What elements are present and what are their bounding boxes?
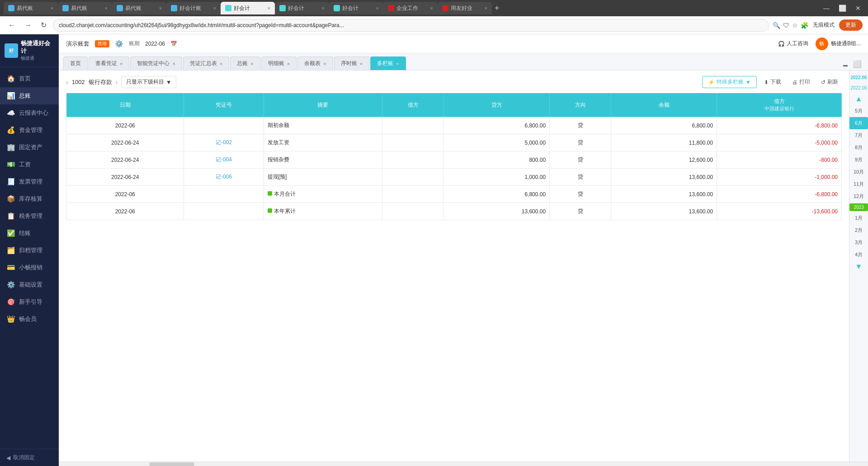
tab-home[interactable]: 首页 (63, 56, 88, 70)
tab-journal-close[interactable]: × (360, 61, 363, 66)
timeline-june-active[interactable]: 6月 (849, 117, 868, 129)
sidebar-item-cloud-reports[interactable]: ☁️ 云报表中心 (0, 104, 59, 122)
browser-tab-6[interactable]: 好会计 × (275, 2, 329, 14)
restore-button[interactable]: ⬜ (835, 4, 850, 13)
sidebar-item-expense[interactable]: 💳 小畅报销 (0, 259, 59, 276)
horizontal-scrollbar[interactable] (59, 461, 868, 466)
sidebar-item-settings[interactable]: ⚙️ 基础设置 (0, 276, 59, 293)
tab-close-6[interactable]: × (322, 5, 325, 11)
tab-close-5[interactable]: × (268, 5, 270, 11)
timeline-mar[interactable]: 3月 (849, 236, 868, 249)
tab-view-voucher-close[interactable]: × (120, 61, 123, 66)
tab-close-4[interactable]: × (213, 5, 216, 11)
expand-tabs-button[interactable]: ⬜ (851, 58, 863, 70)
update-button[interactable]: 更新 (839, 19, 863, 31)
timeline-scroll-up[interactable]: ▲ (855, 95, 863, 103)
tab-journal[interactable]: 序时账 × (334, 56, 369, 70)
tab-multi-column-close[interactable]: × (396, 61, 399, 66)
filter-dropdown[interactable]: 只显示下级科目 ▼ (121, 76, 176, 88)
sidebar-item-closing[interactable]: ✅ 结账 (0, 225, 59, 242)
timeline-apr[interactable]: 4月 (849, 249, 868, 261)
back-button[interactable]: ← (5, 20, 18, 30)
scrollbar-thumb[interactable] (149, 462, 194, 466)
timeline-active-row2[interactable]: 2022.06 (849, 83, 868, 93)
timeline-december[interactable]: 12月 (849, 190, 868, 202)
table-cell[interactable]: 记-004 (184, 151, 264, 169)
sidebar-item-invoice[interactable]: 🧾 发票管理 (0, 173, 59, 190)
collapse-tabs-button[interactable]: 🗕 (840, 58, 851, 70)
consultant-button[interactable]: 🎧 人工咨询 (778, 40, 808, 47)
table-cell[interactable]: 记-006 (184, 169, 264, 186)
tab-multi-column[interactable]: 多栏账 × (370, 56, 406, 70)
tab-close-3[interactable]: × (159, 5, 162, 11)
sidebar-item-ledger[interactable]: 📊 总账 (0, 87, 59, 104)
sidebar-item-assets[interactable]: 🏢 固定资产 (0, 139, 59, 156)
timeline-october[interactable]: 10月 (849, 166, 868, 178)
timeline-scroll-down[interactable]: ▼ (855, 263, 863, 271)
tab-close-7[interactable]: × (376, 5, 379, 11)
table-cell[interactable]: 记-002 (184, 134, 264, 151)
browser-tab-8[interactable]: 企业工作 × (383, 2, 438, 14)
tab-voucher-summary[interactable]: 凭证汇总表 × (183, 56, 229, 70)
timeline-november[interactable]: 11月 (849, 178, 868, 190)
timeline-august[interactable]: 8月 (849, 141, 868, 154)
timeline-active-row1[interactable]: 2022.06 (849, 72, 868, 83)
browser-tab-3[interactable]: 易代账 × (112, 2, 166, 14)
extensions-icon[interactable]: 🧩 (801, 22, 808, 29)
refresh-button[interactable]: ↺ 刷新 (817, 76, 842, 88)
special-multi-button[interactable]: ⚡ 特殊多栏账 ▼ (702, 76, 757, 88)
table-scroll-area[interactable]: 日期 凭证号 摘要 借方 贷方 方向 余额 借方 中国建设银行 (66, 93, 842, 456)
print-button[interactable]: 🖨 打印 (788, 76, 814, 88)
tab-detail-ledger-close[interactable]: × (287, 61, 290, 66)
browser-tab-5[interactable]: 好会计 × (221, 2, 275, 14)
tab-voucher-summary-close[interactable]: × (220, 61, 222, 66)
download-button[interactable]: ⬇ 下载 (760, 76, 785, 88)
timeline-feb[interactable]: 2月 (849, 224, 868, 236)
calendar-icon[interactable]: 📅 (170, 41, 177, 47)
tab-detail-ledger[interactable]: 明细账 × (261, 56, 297, 70)
sidebar-item-payroll[interactable]: 💵 工资 (0, 156, 59, 173)
browser-tab-7[interactable]: 好会计 × (329, 2, 383, 14)
timeline-year-2023[interactable]: 2023 (849, 203, 868, 211)
minimize-button[interactable]: — (820, 4, 833, 13)
user-avatar[interactable]: 畅 畅捷通B组... (816, 38, 861, 50)
timeline-july[interactable]: 7月 (849, 129, 868, 141)
timeline-september[interactable]: 9月 (849, 154, 868, 166)
tab-general-ledger[interactable]: 总账 × (230, 56, 260, 70)
tab-close-8[interactable]: × (430, 5, 433, 11)
new-tab-button[interactable]: + (492, 4, 502, 13)
tab-close-9[interactable]: × (485, 5, 487, 11)
tab-view-voucher[interactable]: 查看凭证 × (89, 56, 129, 70)
bookmark-icon[interactable]: ☆ (792, 22, 798, 29)
browser-tab-9[interactable]: 用友好业 × (438, 2, 492, 14)
account-next-button[interactable]: › (116, 79, 118, 86)
forward-button[interactable]: → (22, 20, 34, 30)
browser-tab-4[interactable]: 好会计账 × (166, 2, 221, 14)
tab-smart-voucher-close[interactable]: × (172, 61, 175, 66)
search-icon[interactable]: 🔍 (773, 22, 780, 29)
browser-tab-2[interactable]: 易代账 × (58, 2, 112, 14)
sidebar-item-funds[interactable]: 💰 资金管理 (0, 122, 59, 139)
tab-smart-voucher[interactable]: 智能凭证中心 × (130, 56, 182, 70)
unpin-button[interactable]: ◀ 取消固定 (6, 454, 52, 461)
sidebar-item-guide[interactable]: 🎯 新手引导 (0, 293, 59, 311)
sidebar-item-inventory[interactable]: 📦 库存核算 (0, 190, 59, 207)
url-input[interactable] (53, 19, 769, 32)
tab-general-ledger-close[interactable]: × (250, 61, 253, 66)
shield-icon[interactable]: 🛡 (783, 22, 789, 29)
settings-gear-icon[interactable]: ⚙️ (115, 40, 123, 48)
sidebar-item-home[interactable]: 🏠 首页 (0, 70, 59, 87)
sidebar-item-tax[interactable]: 📋 税务管理 (0, 207, 59, 225)
tab-balance-sheet-close[interactable]: × (323, 61, 326, 66)
browser-tab-1[interactable]: 易代账 × (4, 2, 58, 14)
tab-close-1[interactable]: × (51, 5, 53, 11)
sidebar-item-membership[interactable]: 👑 畅会员 (0, 311, 59, 328)
reload-button[interactable]: ↻ (38, 20, 49, 30)
tab-close-2[interactable]: × (105, 5, 108, 11)
account-prev-button[interactable]: ‹ (66, 79, 68, 86)
tab-balance-sheet[interactable]: 余额表 × (297, 56, 333, 70)
close-button[interactable]: ✕ (852, 4, 864, 13)
timeline-jan[interactable]: 1月 (849, 212, 868, 224)
sidebar-item-archive[interactable]: 🗂️ 归档管理 (0, 242, 59, 259)
timeline-may[interactable]: 5月 (849, 105, 868, 117)
